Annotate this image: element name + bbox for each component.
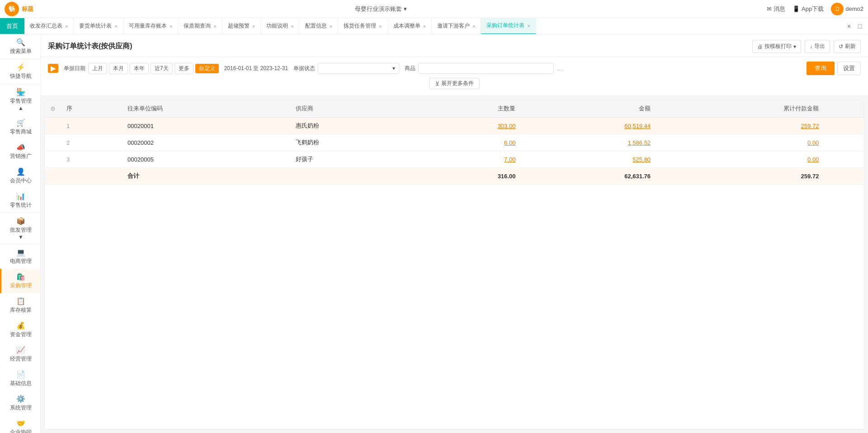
sidebar-item-wholesale[interactable]: 📦 批发管理 ▼	[0, 213, 40, 244]
tab-cost-adjust[interactable]: 成本调整单 ×	[388, 18, 432, 34]
filter-this-year-btn[interactable]: 本年	[130, 63, 149, 74]
tab-invite-downstream-close[interactable]: ×	[472, 24, 475, 29]
row2-main-qty[interactable]: 6.00	[416, 134, 521, 151]
export-icon: ↓	[810, 43, 812, 50]
sidebar-item-retail-shop[interactable]: 🛒 零售商城	[0, 115, 40, 139]
row2-paid-amount[interactable]: 0.00	[656, 134, 824, 151]
sidebar-item-marketing[interactable]: 📣 营销推广	[0, 139, 40, 164]
filter-date-range-item: 2016-01-01 至 2023-12-31	[224, 65, 288, 72]
purchase-icon: 🛍️	[16, 272, 25, 281]
main-layout: 🔍 搜索菜单 ⚡ 快捷导航 🏪 零售管理 ▲ 🛒 零售商城 📣 营销推广	[0, 34, 868, 433]
sidebar-search-section: 🔍 搜索菜单	[0, 34, 40, 59]
filter-7days-btn[interactable]: 近7天	[151, 63, 173, 74]
filter-goods-input[interactable]	[418, 63, 554, 74]
filter-goods-ellipsis[interactable]: …	[557, 65, 563, 72]
tab-maximize-button[interactable]: □	[855, 22, 864, 31]
sidebar-item-ops[interactable]: 📈 经营管理	[0, 342, 40, 366]
sidebar-item-finance[interactable]: 💰 资金管理	[0, 318, 40, 342]
sidebar-item-retail-mgmt[interactable]: 🏪 零售管理 ▲	[0, 84, 40, 115]
filter-last-month-btn[interactable]: 上月	[88, 63, 107, 74]
tab-order-stats-close[interactable]: ×	[114, 24, 117, 29]
tab-order-stats-label: 要货单统计表	[79, 22, 112, 30]
ecommerce-icon: 💻	[16, 248, 25, 257]
message-label: 消息	[774, 5, 785, 13]
expand-more-button[interactable]: ⊻ 展开更多条件	[429, 78, 480, 89]
tab-stock-ledger-close[interactable]: ×	[170, 24, 172, 29]
sidebar-item-quicknav[interactable]: ⚡ 快捷导航	[0, 59, 40, 84]
sidebar-member-center-label: 会员中心	[10, 177, 32, 185]
user-profile[interactable]: D demo2	[831, 3, 863, 15]
tab-expiry-query-close[interactable]: ×	[213, 24, 216, 29]
template-print-button[interactable]: 🖨 按模板打印 ▾	[752, 40, 801, 53]
tab-purchase-stats[interactable]: 采购订单统计表 ×	[481, 18, 536, 34]
filter-status-item: 单据状态 ▾	[293, 63, 399, 74]
row3-main-qty[interactable]: 7.00	[416, 151, 521, 168]
table-body: 1 00020001 惠氏奶粉 303.00 60,519.44 259.72 …	[45, 118, 864, 168]
query-button[interactable]: 查询	[807, 62, 835, 75]
tab-function-desc-label: 功能说明	[266, 22, 288, 30]
th-amount: 金额	[521, 100, 656, 118]
sidebar-item-member-center[interactable]: 👤 会员中心	[0, 164, 40, 188]
filter-custom-date-tag[interactable]: 自定义	[195, 64, 219, 73]
row3-extra	[824, 151, 864, 168]
tab-purchase-stats-close[interactable]: ×	[527, 23, 530, 29]
tab-pick-task[interactable]: 拣货任务管理 ×	[338, 18, 387, 34]
tab-home[interactable]: 首页	[0, 18, 24, 34]
tab-function-desc[interactable]: 功能说明 ×	[261, 18, 299, 34]
footer-gear	[45, 168, 61, 185]
app-download-button[interactable]: 📱 App下载	[793, 5, 824, 13]
sidebar-item-purchase[interactable]: 🛍️ 采购管理	[0, 269, 40, 293]
top-right-actions: ✉ 消息 📱 App下载 D demo2	[767, 3, 863, 15]
row3-amount[interactable]: 525.80	[521, 151, 656, 168]
sys-mgmt-icon: ⚙️	[16, 395, 25, 403]
page-header: 采购订单统计表(按供应商) 🖨 按模板打印 ▾ ↓ 导出 ↺ 刷新	[41, 34, 868, 57]
tab-config-info[interactable]: 配置信息 ×	[300, 18, 338, 34]
logo-text: 标题	[22, 5, 33, 13]
row1-check	[45, 118, 61, 134]
sidebar-item-search[interactable]: 🔍 搜索菜单	[0, 34, 40, 59]
tab-expiry-query[interactable]: 保质期查询 ×	[178, 18, 222, 34]
sidebar-item-stock-check[interactable]: 📋 库存核算	[0, 293, 40, 318]
workspace-selector[interactable]: 母婴行业演示账套 ▾	[355, 5, 445, 13]
refresh-label: 刷新	[845, 43, 856, 50]
row1-main-qty[interactable]: 303.00	[416, 118, 521, 134]
footer-label: 合计	[122, 168, 416, 185]
sidebar-item-enterprise-collab[interactable]: 🤝 企业协同	[0, 415, 40, 433]
tab-config-info-close[interactable]: ×	[330, 24, 332, 29]
top-bar: 畅 标题 母婴行业演示账套 ▾ ✉ 消息 📱 App下载 D demo2	[0, 0, 868, 18]
filter-toggle-button[interactable]: ▶	[48, 64, 58, 73]
row1-paid-amount[interactable]: 259.72	[656, 118, 824, 134]
filter-status-select[interactable]: ▾	[318, 63, 399, 74]
tab-function-desc-close[interactable]: ×	[291, 24, 293, 29]
export-button[interactable]: ↓ 导出	[805, 40, 830, 53]
sidebar-item-retail-stats[interactable]: 📊 零售统计	[0, 188, 40, 213]
th-num: 序	[61, 100, 122, 118]
tab-cost-adjust-close[interactable]: ×	[423, 24, 426, 29]
filter-this-month-btn[interactable]: 本月	[109, 63, 128, 74]
sidebar-item-basic-info[interactable]: 📄 基础信息	[0, 366, 40, 391]
th-supplier: 供应商	[290, 100, 415, 118]
refresh-button[interactable]: ↺ 刷新	[834, 40, 861, 53]
tab-close-all-button[interactable]: ×	[844, 22, 854, 31]
row1-amount[interactable]: 60,519.44	[521, 118, 656, 134]
tab-receive-send[interactable]: 收发存汇总表 ×	[24, 18, 74, 34]
th-gear[interactable]: ⚙	[45, 100, 61, 118]
tab-stock-ledger[interactable]: 可用量库存账本 ×	[123, 18, 178, 34]
sidebar-item-ecommerce[interactable]: 💻 电商管理	[0, 244, 40, 269]
member-center-icon: 👤	[16, 167, 25, 176]
tab-overstock-alert-close[interactable]: ×	[252, 24, 255, 29]
row2-amount[interactable]: 1,586.52	[521, 134, 656, 151]
row3-paid-amount[interactable]: 0.00	[656, 151, 824, 168]
tab-overstock-alert[interactable]: 超储预警 ×	[222, 18, 261, 34]
tab-order-stats[interactable]: 要货单统计表 ×	[74, 18, 123, 34]
tab-invite-downstream[interactable]: 邀请下游客户 ×	[432, 18, 481, 34]
tab-purchase-stats-label: 采购订单统计表	[486, 22, 524, 29]
filter-more-date-btn[interactable]: 更多	[175, 63, 193, 74]
filter-goods-item: 商品 …	[405, 63, 563, 74]
tab-pick-task-close[interactable]: ×	[379, 24, 382, 29]
filter-date-label: 单据日期	[64, 65, 85, 72]
settings-button[interactable]: 设置	[837, 62, 861, 75]
message-button[interactable]: ✉ 消息	[767, 5, 785, 13]
tab-receive-send-close[interactable]: ×	[65, 24, 68, 29]
sidebar-item-sys-mgmt[interactable]: ⚙️ 系统管理	[0, 391, 40, 415]
